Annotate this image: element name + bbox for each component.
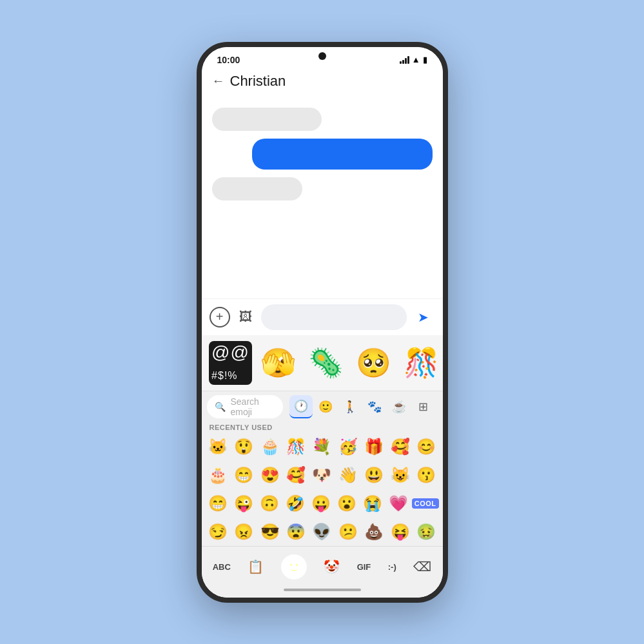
gif-label: GIF xyxy=(357,562,371,572)
emoji-smiling-hearts[interactable]: 🥰 xyxy=(284,462,308,488)
search-icon: 🔍 xyxy=(215,402,226,412)
send-button[interactable]: ➤ xyxy=(412,306,435,329)
emoji-cat-animals[interactable]: 🐾 xyxy=(363,395,386,418)
bitmoji-icon: 🤡 xyxy=(324,559,340,574)
emoji-cat-people[interactable]: 🚶 xyxy=(338,395,362,418)
wifi-icon: ▲ xyxy=(412,55,420,64)
emoji-pink-heart[interactable]: 💗 xyxy=(386,491,411,516)
keyboard-sticker-button[interactable]: 📋 xyxy=(242,556,269,577)
emoji-angry[interactable]: 😠 xyxy=(231,519,256,545)
keyboard-emoticon-button[interactable]: :-) xyxy=(383,560,402,574)
status-time: 10:00 xyxy=(217,55,240,65)
emoji-fearful[interactable]: 😨 xyxy=(284,519,308,545)
status-icons: ▲ ▮ xyxy=(400,55,427,64)
camera-button[interactable]: 🖼 xyxy=(235,307,256,327)
keyboard-bottom-bar: ABC 📋 🙂 🤡 GIF :-) ⌫ xyxy=(202,546,443,585)
search-placeholder: Search emoji xyxy=(231,396,275,417)
emoji-grid-row2: 🎂 😁 😍 🥰 🐶 👋 😃 😺 😗 xyxy=(202,461,443,489)
emoji-grin[interactable]: 😁 xyxy=(231,462,256,488)
send-icon: ➤ xyxy=(418,309,429,325)
emoji-category-bar: 🕐 🙂 🚶 🐾 ☕ ⊞ xyxy=(287,395,438,418)
emoji-open-mouth[interactable]: 😮 xyxy=(335,491,359,516)
emoji-kiss[interactable]: 😗 xyxy=(414,462,438,488)
message-bubble-received-2 xyxy=(212,177,302,200)
contact-name: Christian xyxy=(230,73,286,90)
battery-icon: ▮ xyxy=(423,55,427,64)
emoji-icon: 🙂 xyxy=(281,554,307,580)
camera-notch xyxy=(318,52,326,60)
keyboard-emoji-button[interactable]: 🙂 xyxy=(276,552,312,582)
home-indicator xyxy=(202,585,443,598)
sticker-microbe[interactable]: 🦠 xyxy=(305,342,347,384)
chat-area xyxy=(202,97,443,298)
emoji-cat-objects[interactable]: ⊞ xyxy=(412,395,435,418)
emoji-search-input[interactable]: 🔍 Search emoji xyxy=(207,395,283,418)
emoji-bouquet[interactable]: 💐 xyxy=(309,434,334,460)
emoji-hearts[interactable]: 😍 xyxy=(257,462,282,488)
plus-icon: + xyxy=(216,309,224,324)
abc-label: ABC xyxy=(213,562,231,572)
emoji-poop[interactable]: 💩 xyxy=(362,519,386,545)
emoji-cat-recent[interactable]: 🕐 xyxy=(289,395,313,418)
status-bar: 10:00 ▲ ▮ xyxy=(202,47,443,68)
sticker-pleading[interactable]: 🥺 xyxy=(353,342,395,384)
emoji-smirk[interactable]: 😏 xyxy=(206,519,230,545)
emoji-wink-tongue[interactable]: 😜 xyxy=(231,491,256,516)
keyboard-gif-button[interactable]: GIF xyxy=(352,560,376,574)
emoji-heart-eyes[interactable]: 🥰 xyxy=(388,434,413,460)
emoji-upside[interactable]: 🙃 xyxy=(257,491,282,516)
emoji-smile[interactable]: 😊 xyxy=(414,434,438,460)
sticker-party[interactable]: 🎊 xyxy=(400,342,443,384)
emoji-wave[interactable]: 👋 xyxy=(336,462,360,488)
top-bar: ← Christian xyxy=(202,68,443,97)
phone-frame: 10:00 ▲ ▮ ← Christian + xyxy=(197,42,448,603)
emoji-sunglasses[interactable]: 😎 xyxy=(257,519,282,545)
emoji-cupcake[interactable]: 🧁 xyxy=(257,434,282,460)
emoticon-label: :-) xyxy=(388,562,396,572)
emoji-grid-row4: 😏 😠 😎 😨 👽 😕 💩 😝 🤢 xyxy=(202,518,443,546)
delete-icon: ⌫ xyxy=(413,559,431,574)
camera-icon: 🖼 xyxy=(239,309,252,324)
message-input[interactable] xyxy=(261,304,407,330)
emoji-cat[interactable]: 🐱 xyxy=(206,434,230,460)
back-button[interactable]: ← xyxy=(212,73,225,88)
emoji-squinting-tongue[interactable]: 😝 xyxy=(388,519,413,545)
emoji-cat-smileys[interactable]: 🙂 xyxy=(314,395,337,418)
emoji-cake[interactable]: 🎂 xyxy=(206,462,230,488)
emoji-grid-row3: 😁 😜 🙃 🤣 😛 😮 😭 💗 COOL xyxy=(202,489,443,518)
emoji-happy[interactable]: 😃 xyxy=(362,462,386,488)
emoji-grid-row1: 🐱 😲 🧁 🎊 💐 🥳 🎁 🥰 😊 xyxy=(202,433,443,461)
phone-screen: 10:00 ▲ ▮ ← Christian + xyxy=(202,47,443,598)
emoji-cat-food[interactable]: ☕ xyxy=(387,395,411,418)
sticker-icon: 📋 xyxy=(248,559,264,574)
emoji-gift[interactable]: 🎁 xyxy=(362,434,386,460)
emoji-cool-badge[interactable]: COOL xyxy=(412,491,439,516)
signal-icon xyxy=(400,56,409,64)
sticker-tray: @@#$!% 🫣 🦠 🥺 🎊 xyxy=(202,335,443,391)
sticker-cursing[interactable]: @@#$!% xyxy=(210,342,252,384)
emoji-astonished[interactable]: 😲 xyxy=(231,434,256,460)
emoji-party[interactable]: 🥳 xyxy=(336,434,360,460)
emoji-alien[interactable]: 👽 xyxy=(309,519,334,545)
emoji-dog[interactable]: 🐶 xyxy=(309,462,334,488)
input-bar: + 🖼 ➤ xyxy=(202,298,443,335)
emoji-confetti[interactable]: 🎊 xyxy=(284,434,308,460)
emoji-nausea[interactable]: 🤢 xyxy=(414,519,438,545)
emoji-rofl[interactable]: 🤣 xyxy=(283,491,307,516)
emoji-cry[interactable]: 😭 xyxy=(360,491,385,516)
emoji-confused[interactable]: 😕 xyxy=(336,519,360,545)
keyboard-delete-button[interactable]: ⌫ xyxy=(408,556,436,577)
emoji-cat-smile[interactable]: 😺 xyxy=(388,462,413,488)
sticker-peek[interactable]: 🫣 xyxy=(257,342,300,384)
emoji-beam[interactable]: 😁 xyxy=(206,491,230,516)
emoji-keyboard: 🔍 Search emoji 🕐 🙂 🚶 🐾 xyxy=(202,391,443,598)
emoji-tongue[interactable]: 😛 xyxy=(309,491,333,516)
add-attachment-button[interactable]: + xyxy=(210,307,230,327)
keyboard-abc-button[interactable]: ABC xyxy=(208,560,236,574)
keyboard-bitmoji-button[interactable]: 🤡 xyxy=(318,556,345,577)
message-bubble-received-1 xyxy=(212,108,322,131)
message-bubble-sent-1 xyxy=(252,139,433,170)
recently-used-label: RECENTLY USED xyxy=(202,421,443,433)
home-bar xyxy=(284,589,361,591)
